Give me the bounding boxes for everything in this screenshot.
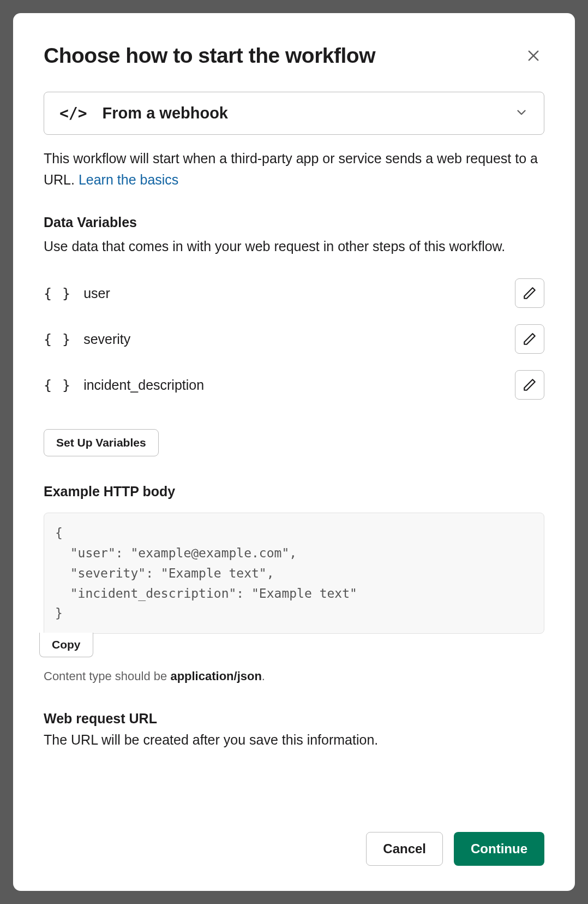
copy-button[interactable]: Copy — [39, 633, 93, 657]
web-request-url-title: Web request URL — [44, 711, 544, 727]
modal-title: Choose how to start the workflow — [44, 44, 375, 68]
chevron-down-icon — [514, 105, 529, 122]
trigger-selected: </> From a webhook — [59, 104, 228, 122]
close-icon — [526, 48, 541, 63]
workflow-trigger-modal: Choose how to start the workflow </> Fro… — [13, 13, 575, 891]
pencil-icon — [523, 286, 537, 300]
variable-name: severity — [83, 331, 130, 347]
edit-variable-button[interactable] — [515, 370, 544, 400]
trigger-selector[interactable]: </> From a webhook — [44, 92, 544, 135]
modal-header: Choose how to start the workflow — [44, 44, 544, 68]
variable-name: incident_description — [83, 377, 204, 393]
edit-variable-button[interactable] — [515, 324, 544, 354]
example-http-title: Example HTTP body — [44, 484, 544, 499]
variable-row: { } severity — [44, 324, 544, 354]
trigger-description: This workflow will start when a third-pa… — [44, 148, 544, 191]
pencil-icon — [523, 378, 537, 392]
braces-icon: { } — [44, 331, 71, 347]
webhook-icon: </> — [59, 104, 87, 122]
cancel-button[interactable]: Cancel — [366, 832, 443, 866]
learn-basics-link[interactable]: Learn the basics — [79, 172, 178, 187]
data-variables-desc: Use data that comes in with your web req… — [44, 236, 544, 257]
example-http-body: { "user": "example@example.com", "severi… — [44, 513, 544, 634]
close-button[interactable] — [523, 45, 544, 67]
braces-icon: { } — [44, 286, 71, 301]
content-type-hint: Content type should be application/json. — [44, 669, 544, 683]
trigger-label: From a webhook — [103, 104, 228, 122]
variable-name: user — [83, 286, 110, 301]
content-type-value: application/json — [170, 669, 261, 683]
setup-variables-button[interactable]: Set Up Variables — [44, 429, 159, 456]
content-type-prefix: Content type should be — [44, 669, 170, 683]
variable-row: { } user — [44, 278, 544, 308]
pencil-icon — [523, 332, 537, 346]
continue-button[interactable]: Continue — [454, 832, 544, 866]
web-request-url-desc: The URL will be created after you save t… — [44, 732, 544, 748]
modal-footer: Cancel Continue — [44, 832, 544, 866]
variables-list: { } user { } severity { } incident_descr… — [44, 278, 544, 416]
edit-variable-button[interactable] — [515, 278, 544, 308]
braces-icon: { } — [44, 377, 71, 393]
variable-row: { } incident_description — [44, 370, 544, 400]
data-variables-title: Data Variables — [44, 215, 544, 230]
content-type-suffix: . — [262, 669, 265, 683]
